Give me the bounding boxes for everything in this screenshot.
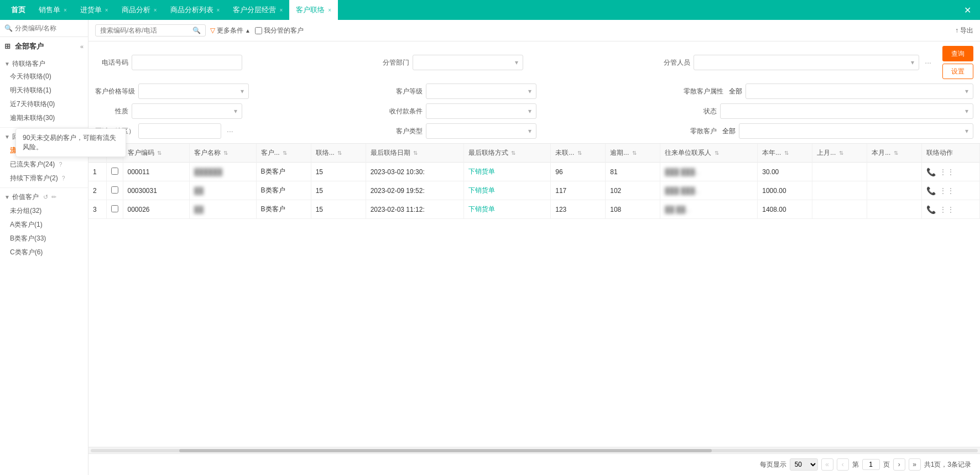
close-analysis-icon[interactable]: × xyxy=(154,7,157,13)
th-overdue[interactable]: 逾期... ⇅ xyxy=(606,144,660,163)
filter-payment-label: 收付款条件 xyxy=(389,107,423,116)
sidebar-item-unsegmented[interactable]: 未分组(32) xyxy=(0,204,88,218)
nav-tab-analysis[interactable]: 商品分析 × xyxy=(115,0,164,20)
last-method-link[interactable]: 下销货单 xyxy=(468,205,495,213)
last-method-link[interactable]: 下销货单 xyxy=(468,186,495,194)
filter-region-input[interactable] xyxy=(138,123,221,139)
filter-customer-grade-select[interactable]: ▾ xyxy=(426,83,536,99)
sidebar-item-today[interactable]: 今天待联络(0) xyxy=(0,70,88,83)
row-checkbox[interactable] xyxy=(111,186,118,194)
next-page-btn[interactable]: › xyxy=(893,458,905,471)
row-checkbox[interactable] xyxy=(111,168,118,175)
nav-tab-customer-contact[interactable]: 客户联络 × xyxy=(289,0,338,20)
sidebar-section-value-title[interactable]: ▼ 价值客户 ↺ ✏ xyxy=(0,190,88,204)
collapse-icon[interactable]: « xyxy=(80,43,84,50)
th-not-contacted[interactable]: 未联... ⇅ xyxy=(551,144,606,163)
search-input[interactable] xyxy=(100,27,192,34)
last-method-link[interactable]: 下销货单 xyxy=(468,168,495,175)
sidebar-item-overdue[interactable]: 逾期未联络(30) xyxy=(0,111,88,125)
filter-more-btn[interactable]: ▽ 更多条件 ▲ xyxy=(210,26,251,35)
sidebar-item-already-lost[interactable]: 已流失客户(24) ? xyxy=(0,158,88,171)
nav-tab-analysis-list[interactable]: 商品分析列表 × xyxy=(164,0,227,20)
sort-lastmonth-icon: ⇅ xyxy=(839,150,843,156)
filter-scattered-select[interactable]: ▾ xyxy=(739,123,973,139)
search-icon[interactable]: 🔍 xyxy=(192,27,201,34)
query-button[interactable]: 查询 xyxy=(942,46,973,61)
th-code[interactable]: 客户编码 ⇅ xyxy=(123,144,190,163)
more-action-icon[interactable]: ⋮⋮ xyxy=(939,205,955,214)
sidebar-search-input[interactable] xyxy=(15,24,84,32)
more-action-icon[interactable]: ⋮⋮ xyxy=(939,168,955,176)
settings-icon[interactable]: ⚙ xyxy=(93,149,99,157)
nav-tab-customer-segment[interactable]: 客户分层经营 × xyxy=(226,0,289,20)
filter-manager-label: 分管人员 xyxy=(657,58,690,67)
page-number-input[interactable] xyxy=(862,459,880,470)
my-customers-checkbox[interactable] xyxy=(255,27,262,34)
region-more-btn[interactable]: ··· xyxy=(225,127,236,135)
filter-price-grade-select[interactable]: ▾ xyxy=(138,83,249,99)
sidebar-section-lost-title[interactable]: ▼ 回顾客户 ℹ xyxy=(0,130,88,144)
phone-action-icon[interactable]: 📞 xyxy=(926,205,936,214)
sidebar-section-pending-title[interactable]: ▼ 待联络客户 xyxy=(0,56,88,70)
th-this-month[interactable]: 本月... ⇅ xyxy=(867,144,922,163)
manager-more-btn[interactable]: ··· xyxy=(922,58,934,67)
refresh-icon[interactable]: ↺ xyxy=(43,194,48,201)
close-purchase-icon[interactable]: × xyxy=(105,7,108,13)
nav-tab-purchase[interactable]: 进货单 × xyxy=(74,0,115,20)
last-page-btn[interactable]: » xyxy=(909,458,921,471)
sort-code-icon: ⇅ xyxy=(157,150,161,156)
th-name[interactable]: 客户名称 ⇅ xyxy=(190,144,257,163)
cell-checkbox xyxy=(106,200,123,219)
sidebar-item-class-c[interactable]: C类客户(6) xyxy=(0,246,88,259)
prev-page-btn[interactable]: ‹ xyxy=(837,458,849,471)
th-last-method[interactable]: 最后联络方式 ⇅ xyxy=(463,144,550,163)
sidebar-item-class-b[interactable]: B类客户(33) xyxy=(0,232,88,246)
close-contact-icon[interactable]: × xyxy=(328,7,331,13)
horizontal-scrollbar[interactable] xyxy=(88,447,980,453)
window-close-button[interactable]: ✕ xyxy=(960,5,976,15)
phone-action-icon[interactable]: 📞 xyxy=(926,186,936,195)
my-customers-checkbox-label[interactable]: 我分管的客户 xyxy=(255,26,304,35)
filter-customer-type-select[interactable]: ▾ xyxy=(426,123,536,139)
filter-payment-select[interactable]: ▾ xyxy=(426,103,536,119)
sidebar-item-7days[interactable]: 近7天待联络(0) xyxy=(0,97,88,111)
filter-nature-select[interactable]: ▾ xyxy=(132,103,242,119)
row-checkbox[interactable] xyxy=(111,205,118,212)
phone-action-icon[interactable]: 📞 xyxy=(926,168,936,176)
th-unit-contact[interactable]: 往来单位联系人 ⇅ xyxy=(660,144,758,163)
question-icon2: ? xyxy=(62,175,65,181)
th-last-month[interactable]: 上月... ⇅ xyxy=(812,144,867,163)
close-sales-icon[interactable]: × xyxy=(64,7,67,13)
th-type[interactable]: 客户... ⇅ xyxy=(256,144,311,163)
cell-type: B类客户 xyxy=(256,200,311,219)
th-settings[interactable]: ⚙ xyxy=(88,144,106,163)
cell-type: B类客户 xyxy=(256,181,311,200)
sidebar-item-tomorrow[interactable]: 明天待联络(1) xyxy=(0,83,88,97)
setting-button[interactable]: 设置 xyxy=(942,64,973,79)
page-label: 页 xyxy=(883,460,890,469)
per-page-select[interactable]: 50 100 200 xyxy=(790,458,818,471)
filter-dept-select[interactable]: ▾ xyxy=(413,55,523,70)
nav-tab-sales[interactable]: 销售单 × xyxy=(32,0,74,20)
sidebar-item-lost-warning[interactable]: 流失预警客户(3) xyxy=(0,144,88,158)
th-last-date[interactable]: 最后联络日期 ⇅ xyxy=(366,144,463,163)
nav-tab-home[interactable]: 首页 xyxy=(4,0,32,20)
export-button[interactable]: ↑ 导出 xyxy=(955,26,973,35)
filter-phone-input[interactable] xyxy=(132,55,242,70)
filter-status-select[interactable]: ▾ xyxy=(720,103,973,119)
th-contact[interactable]: 联络... ⇅ xyxy=(311,144,366,163)
more-action-icon[interactable]: ⋮⋮ xyxy=(939,186,955,195)
th-this-year[interactable]: 本年... ⇅ xyxy=(758,144,812,163)
sidebar-item-declining[interactable]: 持续下滑客户(2) ? xyxy=(0,171,88,185)
filter-scattered-attr-select[interactable]: ▾ xyxy=(746,83,973,99)
scroll-thumb[interactable] xyxy=(179,449,711,452)
sidebar-all-customers[interactable]: ⊞ 全部客户 « xyxy=(0,37,88,56)
select-all-checkbox[interactable] xyxy=(111,149,118,156)
lost-info-icon[interactable]: ℹ xyxy=(81,133,84,140)
filter-manager-select[interactable]: ▾ xyxy=(694,55,919,70)
close-segment-icon[interactable]: × xyxy=(279,7,283,13)
first-page-btn[interactable]: « xyxy=(821,458,833,471)
edit-icon[interactable]: ✏ xyxy=(51,194,56,201)
sidebar-item-class-a[interactable]: A类客户(1) xyxy=(0,218,88,232)
close-analysis-list-icon[interactable]: × xyxy=(217,7,220,13)
